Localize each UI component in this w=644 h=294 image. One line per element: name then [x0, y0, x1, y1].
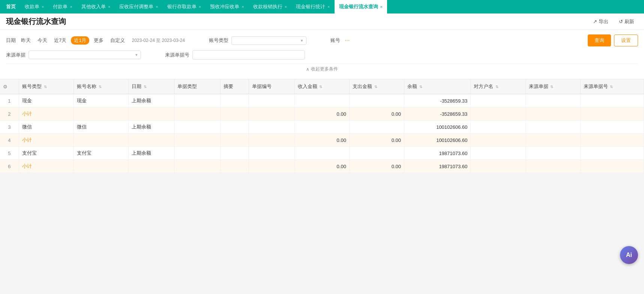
- cell-source-doc-no: [580, 147, 644, 160]
- close-icon[interactable]: ×: [156, 4, 158, 9]
- filter-area: 日期 昨天 今天 近7天 近1月 更多 自定义 2023-02-24 至 202…: [0, 30, 644, 79]
- nav-tab-cash-bank-flow[interactable]: 现金银行流水查询 ×: [335, 0, 387, 13]
- query-button[interactable]: 查询: [588, 34, 611, 46]
- cell-account-type: 现金: [19, 94, 74, 107]
- date-7days-btn[interactable]: 近7天: [52, 36, 69, 45]
- date-more-btn[interactable]: 更多: [92, 36, 106, 45]
- action-buttons: 查询 设置: [588, 34, 638, 46]
- date-custom-btn[interactable]: 自定义: [108, 36, 127, 45]
- account-type-group: 账号类型 ▾: [209, 36, 306, 45]
- close-icon[interactable]: ×: [199, 4, 201, 9]
- cell-summary: [220, 160, 249, 173]
- cell-summary: [220, 94, 249, 107]
- cell-account-name: 微信: [74, 121, 129, 134]
- nav-tab-receipt[interactable]: 收款单 ×: [20, 0, 48, 13]
- nav-tab-collection-verify[interactable]: 收款核销执行 ×: [249, 0, 291, 13]
- nav-tab-home[interactable]: 首页: [2, 0, 20, 13]
- col-income-label: 收入金额: [298, 84, 317, 89]
- cell-doc-no: [249, 134, 294, 147]
- col-account-name[interactable]: 账号名称 ⇅: [74, 79, 129, 94]
- col-summary[interactable]: 摘要: [220, 79, 249, 94]
- account-ellipsis-btn[interactable]: ···: [343, 37, 351, 44]
- row-seq: 4: [0, 134, 19, 147]
- other-income-label: 其他收入单: [81, 3, 106, 10]
- cell-source-doc: [525, 94, 580, 107]
- table-row[interactable]: 1现金现金上期余额-3528659.33: [0, 94, 644, 107]
- col-doc-no[interactable]: 单据编号: [249, 79, 294, 94]
- nav-tab-payment[interactable]: 付款单 ×: [48, 0, 77, 13]
- col-source-doc-no[interactable]: 来源单据号 ⇅: [580, 79, 644, 94]
- cell-balance: 100102606.60: [404, 121, 471, 134]
- col-account-type[interactable]: 账号类型 ⇅: [19, 79, 74, 94]
- nav-tab-cash-bank-stat[interactable]: 现金银行统计 ×: [291, 0, 334, 13]
- source-doc-select[interactable]: ▾: [29, 51, 141, 59]
- col-balance-label: 余额: [407, 84, 417, 89]
- date-1month-btn[interactable]: 近1月: [71, 36, 89, 45]
- source-doc-label: 来源单据: [6, 52, 26, 58]
- col-counterparty[interactable]: 对方户名 ⇅: [471, 79, 525, 94]
- col-settings[interactable]: ⚙: [0, 79, 19, 94]
- cell-summary: [220, 107, 249, 121]
- date-range-display: 2023-02-24 至 2023-03-24: [132, 37, 185, 44]
- cell-doc-type: [174, 134, 220, 147]
- table-row[interactable]: 6小计0.000.0019871073.60: [0, 160, 644, 173]
- cell-income: 0.00: [294, 160, 349, 173]
- account-type-select[interactable]: ▾: [231, 36, 306, 45]
- sort-icon-9: ⇅: [610, 85, 613, 89]
- cell-source-doc-no: [580, 94, 644, 107]
- row-seq: 5: [0, 147, 19, 160]
- cell-counterparty: [471, 107, 525, 121]
- close-icon[interactable]: ×: [380, 4, 383, 9]
- cell-source-doc-no: [580, 160, 644, 173]
- date-today-btn[interactable]: 今天: [35, 36, 50, 45]
- source-doc-no-input[interactable]: [192, 50, 305, 60]
- settings-button[interactable]: 设置: [614, 34, 638, 46]
- close-icon[interactable]: ×: [285, 4, 287, 9]
- table-row[interactable]: 5支付宝支付宝上期余额19871073.60: [0, 147, 644, 160]
- cell-account-type: 支付宝: [19, 147, 74, 160]
- refresh-label: 刷新: [624, 18, 634, 25]
- nav-tab-ap-adjust[interactable]: 应收应付调整单 ×: [115, 0, 162, 13]
- cell-date: [129, 134, 174, 147]
- settings-icon[interactable]: ⚙: [3, 84, 8, 90]
- close-icon[interactable]: ×: [42, 4, 44, 9]
- cell-date: [129, 107, 174, 121]
- col-doc-type-label: 单据类型: [177, 84, 197, 89]
- table-row[interactable]: 2小计0.000.00-3528659.33: [0, 107, 644, 121]
- col-balance[interactable]: 余额 ⇅: [404, 79, 471, 94]
- cell-doc-type: [174, 160, 220, 173]
- col-doc-type[interactable]: 单据类型: [174, 79, 220, 94]
- nav-tab-advance-offset[interactable]: 预收冲应收单 ×: [206, 0, 248, 13]
- cash-bank-flow-label: 现金银行流水查询: [339, 3, 378, 10]
- cell-balance: 19871073.60: [404, 147, 471, 160]
- col-date[interactable]: 日期 ⇅: [129, 79, 174, 94]
- advance-offset-label: 预收冲应收单: [210, 3, 239, 10]
- close-icon[interactable]: ×: [242, 4, 244, 9]
- date-label: 日期: [6, 37, 16, 44]
- table-row[interactable]: 3微信微信上期余额100102606.60: [0, 121, 644, 134]
- col-expense[interactable]: 支出金额 ⇅: [349, 79, 404, 94]
- col-income[interactable]: 收入金额 ⇅: [294, 79, 349, 94]
- payment-label: 付款单: [53, 3, 68, 10]
- refresh-button[interactable]: ↺ 刷新: [615, 17, 638, 27]
- col-date-label: 日期: [132, 84, 141, 89]
- close-icon[interactable]: ×: [108, 4, 110, 9]
- export-button[interactable]: ↗ 导出: [589, 17, 612, 27]
- date-yesterday-btn[interactable]: 昨天: [19, 36, 33, 45]
- close-icon[interactable]: ×: [327, 4, 330, 9]
- cell-source-doc-no: [580, 107, 644, 121]
- source-doc-group: 来源单据 ▾: [6, 51, 141, 59]
- collapse-label: 收起更多条件: [311, 66, 338, 72]
- nav-tab-other-income[interactable]: 其他收入单 ×: [77, 0, 115, 13]
- filter-row-2: 来源单据 ▾ 来源单据号: [6, 50, 638, 60]
- collapse-bar[interactable]: ∧ 收起更多条件: [6, 63, 638, 75]
- nav-tab-bank-deposit[interactable]: 银行存取款单 ×: [163, 0, 206, 13]
- table-row[interactable]: 4小计0.000.00100102606.60: [0, 134, 644, 147]
- col-source-doc[interactable]: 来源单据 ⇅: [525, 79, 580, 94]
- close-icon[interactable]: ×: [70, 4, 72, 9]
- cell-account-name: [74, 107, 129, 121]
- col-doc-no-label: 单据编号: [252, 84, 272, 89]
- page-title: 现金银行流水查询: [6, 16, 66, 27]
- sort-icon-2: ⇅: [99, 85, 102, 89]
- cell-counterparty: [471, 121, 525, 134]
